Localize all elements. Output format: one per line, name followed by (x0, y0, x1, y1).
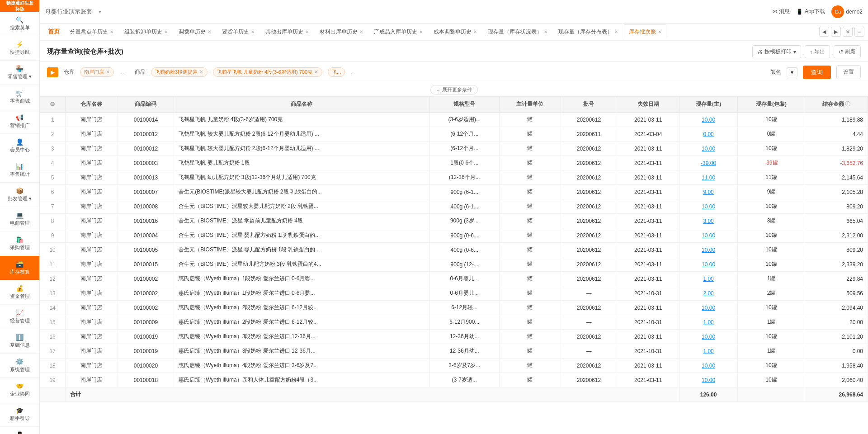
row-code-6: 00100008 (118, 199, 174, 214)
tab-item-11[interactable]: 库存批次账✕ (624, 24, 666, 39)
tab-prev-button[interactable]: ◀ (819, 27, 829, 37)
tab-close-1[interactable]: ✕ (110, 29, 113, 34)
template-print-button[interactable]: 🖨 按模板打印 ▾ (752, 45, 801, 58)
row-qty-pkg-5: 9罐 (738, 185, 805, 199)
summary-amount-total: 26,968.64 (805, 387, 868, 402)
product-tag-2-text: 飞鹤星飞帆 儿童奶粉 4段(3-6岁适用) 700克 (217, 69, 312, 75)
row-spec-13: 6-12月较... (429, 301, 500, 315)
tab-close-7[interactable]: ✕ (419, 29, 423, 34)
tab-next-button[interactable]: ▶ (831, 27, 841, 37)
product-more[interactable]: ... (350, 69, 355, 75)
message-label: 消息 (779, 8, 790, 15)
sidebar-item-16[interactable]: 🎓新手引导 (0, 402, 39, 427)
tab-close-8[interactable]: ✕ (473, 29, 477, 34)
row-code-1: 00100012 (118, 127, 174, 142)
row-name-13: 惠氏启臻（Wyeth illuma）2段奶粉 爱尔兰进口 6-12月较... (174, 301, 429, 315)
tab-close-6[interactable]: ✕ (359, 29, 363, 34)
row-name-17: 惠氏启臻（Wyeth illuma）4段奶粉 爱尔兰进口 3-6岁及7... (174, 359, 429, 373)
row-qty-pkg-7: 3罐 (738, 214, 805, 228)
warehouse-more[interactable]: ... (119, 69, 124, 75)
amount-info-icon[interactable]: ⓘ (845, 101, 850, 107)
product-tag-1-close[interactable]: ✕ (199, 69, 203, 75)
row-spec-10: 900g (12-... (429, 257, 500, 272)
row-warehouse-9: 南岸门店 (66, 243, 118, 257)
tab-item-5[interactable]: 其他出库单历史✕ (260, 24, 314, 39)
sidebar-item-13[interactable]: ℹ️基础信息 (0, 329, 39, 354)
tab-item-2[interactable]: 组装拆卸单历史✕ (119, 24, 173, 39)
table-row: 10 南岸门店 00100005 合生元（BIOSTIME）派星 婴儿配方奶粉 … (40, 243, 868, 257)
sidebar-icon-4: 📢 (3, 114, 37, 121)
tab-close-2[interactable]: ✕ (164, 29, 168, 34)
sidebar-label-3: 零售商城 (3, 98, 37, 104)
export-button[interactable]: ↑ 导出 (805, 45, 830, 58)
tab-item-3[interactable]: 调拨单历史✕ (174, 24, 216, 39)
row-num-3: 4 (40, 156, 66, 170)
product-tag-3: 飞... (328, 67, 345, 77)
row-expire-2: 2021-03-11 (617, 142, 679, 156)
row-spec-9: 400g (0-6... (429, 243, 500, 257)
sidebar-item-4[interactable]: 📢营销推广 (0, 109, 39, 134)
col-header-1: 仓库名称 (66, 97, 118, 112)
message-icon: ✉ (773, 9, 777, 15)
sidebar-item-12[interactable]: 📈经营管理 (0, 305, 39, 329)
row-amount-16: 0.00 (805, 344, 868, 359)
tab-close-all-button[interactable]: ✕ (843, 27, 853, 37)
tab-item-1[interactable]: 分量盘点单历史✕ (65, 24, 118, 39)
tab-item-6[interactable]: 材料出库单历史✕ (315, 24, 368, 39)
product-tag-2-close[interactable]: ✕ (314, 69, 318, 75)
tab-close-11[interactable]: ✕ (658, 29, 661, 34)
tab-close-3[interactable]: ✕ (208, 29, 211, 34)
tab-item-8[interactable]: 成本调整单历史✕ (429, 24, 482, 39)
sidebar-item-5[interactable]: 👤会员中心 (0, 134, 39, 158)
sidebar-item-11[interactable]: 💰资金管理 (0, 280, 39, 305)
expand-more-button[interactable]: ⌄ 展开更多条件 (430, 85, 478, 94)
tab-close-9[interactable]: ✕ (544, 29, 547, 34)
tab-close-4[interactable]: ✕ (251, 29, 255, 34)
row-qty-pkg-14: 1罐 (738, 315, 805, 330)
warehouse-tag-close[interactable]: ✕ (106, 69, 110, 75)
sidebar-item-10[interactable]: 🗃️库存核算 (0, 256, 39, 280)
row-num-4: 5 (40, 170, 66, 185)
row-warehouse-3: 南岸门店 (66, 156, 118, 170)
sidebar-item-2[interactable]: 🏪零售管理 ▾ (0, 61, 39, 85)
sidebar-item-14[interactable]: ⚙️系统管理 (0, 354, 39, 378)
sidebar-item-8[interactable]: 💻电商管理 (0, 207, 39, 231)
page-actions: 🖨 按模板打印 ▾ ↑ 导出 ↺ 刷新 (752, 45, 861, 58)
tab-item-9[interactable]: 现存量（库存状况表）✕ (483, 24, 552, 39)
sidebar-item-15[interactable]: 🤝企业协同 (0, 378, 39, 402)
print-icon: 🖨 (757, 49, 763, 55)
color-filter-select[interactable]: ▾ (787, 67, 797, 77)
sidebar-item-17[interactable]: 📱应用中心 (0, 427, 39, 434)
tab-home[interactable]: 首页 (43, 28, 64, 36)
message-button[interactable]: ✉ 消息 (773, 8, 790, 15)
sidebar-item-1[interactable]: ⚡快捷导航 (0, 36, 39, 61)
sidebar-icon-6: 📊 (3, 163, 37, 170)
tab-close-5[interactable]: ✕ (305, 29, 309, 34)
row-qty-main-0: 10.00 (679, 112, 738, 127)
sidebar-item-3[interactable]: 🛒零售商城 (0, 85, 39, 109)
row-amount-4: 2,145.64 (805, 170, 868, 185)
tab-close-10[interactable]: ✕ (614, 29, 618, 34)
tab-item-4[interactable]: 要货单历史✕ (217, 24, 259, 39)
search-button[interactable]: 查询 (803, 66, 831, 79)
row-spec-12: 0-6月婴儿... (429, 286, 500, 301)
sidebar-item-0[interactable]: 🔍搜索英单 (0, 12, 39, 36)
user-profile[interactable]: Ea demo2 (831, 5, 863, 18)
account-dropdown-icon[interactable]: ▾ (99, 9, 101, 15)
sidebar-item-7[interactable]: 📦批发管理 ▾ (0, 183, 39, 207)
table-settings-icon[interactable]: ⚙ (50, 101, 55, 108)
settings-button[interactable]: 设置 (836, 65, 861, 79)
tab-menu-button[interactable]: ≡ (854, 27, 864, 37)
tab-item-7[interactable]: 产成品入库单历史✕ (369, 24, 428, 39)
sidebar-label-2: 零售管理 ▾ (3, 73, 37, 80)
sidebar-item-6[interactable]: 📊零售统计 (0, 158, 39, 183)
sidebar-item-9[interactable]: 🛍️采购管理 (0, 231, 39, 256)
summary-row: 合计 126.00 26,968.64 (40, 387, 868, 402)
filter-expand-button[interactable]: ▶ (47, 67, 58, 77)
refresh-button[interactable]: ↺ 刷新 (834, 45, 861, 58)
sidebar-icon-15: 🤝 (3, 382, 37, 390)
tab-item-10[interactable]: 现存量（库存分布表）✕ (553, 24, 623, 39)
topbar-right: ✉ 消息 📱 App下载 Ea demo2 (773, 5, 863, 18)
col-header-5: 主计量单位 (500, 97, 561, 112)
app-download-button[interactable]: 📱 App下载 (796, 8, 825, 15)
